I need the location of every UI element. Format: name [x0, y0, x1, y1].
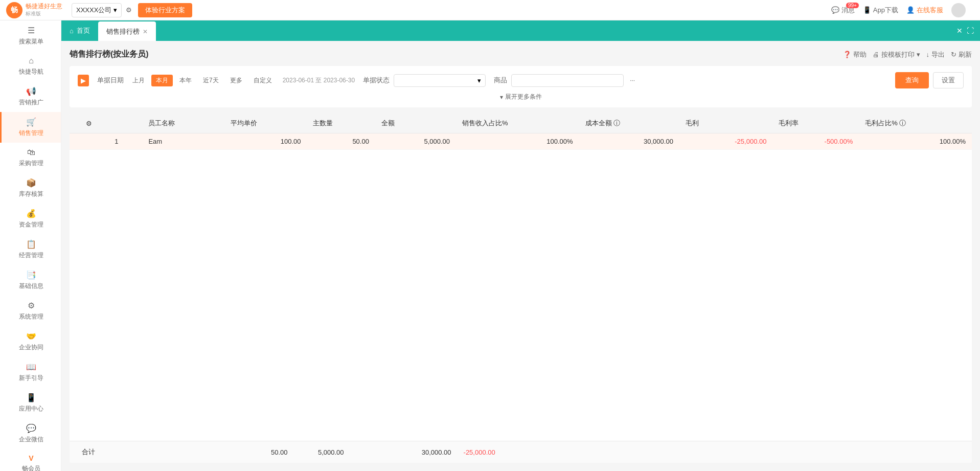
tab-bar: ⌂ 首页 销售排行榜 ✕ ✕ ⛶	[61, 20, 980, 41]
sidebar-label-app-center: 应用中心	[19, 405, 43, 413]
app-center-icon: 📱	[26, 393, 36, 402]
filter-arrow-icon[interactable]: ▶	[78, 75, 89, 86]
filter-more-btn[interactable]: ···	[630, 77, 635, 84]
member-icon: V	[29, 454, 33, 462]
tab-close-window-icon[interactable]: ✕	[956, 27, 963, 35]
col-gross-pct: 毛利占比% ⓘ	[859, 114, 972, 133]
sidebar-item-new-guide[interactable]: 📖 新手引导	[0, 357, 61, 388]
expand-conditions-label: 展开更多条件	[505, 93, 542, 101]
col-rank	[108, 114, 142, 133]
filter-goods-label: 商品	[494, 76, 507, 85]
query-button[interactable]: 查询	[895, 72, 929, 88]
company-settings-icon[interactable]: ⚙	[126, 6, 132, 14]
status-dropdown-icon: ▾	[477, 77, 481, 84]
sidebar-item-basics[interactable]: 📑 基础信息	[0, 265, 61, 296]
filter-date-item: 单据日期 上月 本月 本年 近7天 更多 自定义 2023-06-01 至 20…	[97, 75, 355, 86]
sidebar-label-basics: 基础信息	[19, 282, 43, 290]
expand-row: ▾ 展开更多条件	[78, 88, 964, 101]
filter-status-select[interactable]: ▾	[394, 74, 486, 87]
filter-expand-arrow[interactable]: ▶	[78, 75, 89, 86]
set-button[interactable]: 设置	[933, 72, 964, 88]
page-title: 销售排行榜(按业务员)	[70, 49, 149, 60]
refresh-button[interactable]: ↻ 刷新	[951, 50, 972, 59]
row-cost-amount: 30,000.00	[579, 133, 679, 150]
table-row: 1 Eam 100.00 50.00 5,000.00 100.00% 30,0…	[70, 133, 972, 150]
trial-button[interactable]: 体验行业方案	[138, 3, 192, 17]
export-label: 导出	[931, 50, 945, 59]
guide-icon: 📖	[26, 362, 36, 372]
sidebar-item-sales-mgmt[interactable]: 🛒 销售管理	[0, 112, 61, 143]
tab-home[interactable]: ⌂ 首页	[61, 20, 98, 41]
date-tab-more[interactable]: 更多	[225, 75, 247, 86]
sidebar-item-enterprise-collab[interactable]: 🤝 企业协同	[0, 326, 61, 357]
sidebar-item-marketing[interactable]: 📢 营销推广	[0, 81, 61, 112]
sidebar-item-operations[interactable]: 📋 经营管理	[0, 234, 61, 265]
print-icon: 🖨	[873, 51, 879, 58]
expand-conditions-button[interactable]: ▾ 展开更多条件	[500, 93, 542, 101]
page-content: 销售排行榜(按业务员) ❓ 帮助 🖨 按模板打印 ▾ ↓ 导出	[61, 41, 980, 471]
sidebar-item-inventory[interactable]: 📦 库存核算	[0, 173, 61, 204]
tab-close-icon[interactable]: ✕	[143, 28, 148, 35]
sidebar-label-member: 畅会员	[22, 464, 40, 471]
sidebar-item-quick-nav[interactable]: ⌂ 快捷导航	[0, 51, 61, 81]
avatar[interactable]	[951, 3, 966, 17]
sidebar-label-system: 系统管理	[19, 312, 43, 321]
sidebar-item-app-center[interactable]: 📱 应用中心	[0, 388, 61, 418]
sidebar-label-operations: 经营管理	[19, 251, 43, 260]
col-amount: 全额	[375, 114, 456, 133]
help-button[interactable]: ❓ 帮助	[843, 50, 867, 59]
marketing-icon: 📢	[26, 86, 36, 96]
col-gross-margin: 毛利率	[772, 114, 859, 133]
help-label: 帮助	[853, 50, 867, 59]
row-sales-pct: 100.00%	[456, 133, 579, 150]
date-tab-this-month[interactable]: 本月	[151, 75, 173, 86]
sidebar-item-member[interactable]: V 畅会员	[0, 449, 61, 471]
basics-icon: 📑	[26, 270, 36, 280]
date-tab-last7days[interactable]: 近7天	[198, 75, 223, 86]
filter-goods-input[interactable]	[511, 74, 624, 87]
sidebar-label-marketing: 营销推广	[19, 98, 43, 107]
sidebar-item-enterprise-wechat[interactable]: 💬 企业微信	[0, 418, 61, 449]
page-header: 销售排行榜(按业务员) ❓ 帮助 🖨 按模板打印 ▾ ↓ 导出	[70, 49, 972, 60]
sidebar-label-search: 搜索菜单	[19, 37, 43, 46]
system-icon: ⚙	[28, 301, 35, 310]
print-button[interactable]: 🖨 按模板打印 ▾	[873, 50, 920, 59]
col-avg-price: 平均单价	[224, 114, 307, 133]
print-label: 按模板打印	[881, 50, 915, 59]
sidebar-item-purchase-mgmt[interactable]: 🛍 采购管理	[0, 143, 61, 173]
tab-sales-ranking[interactable]: 销售排行榜 ✕	[98, 21, 156, 42]
tab-restore-icon[interactable]: ⛶	[967, 27, 974, 35]
sidebar-label-collab: 企业协同	[19, 343, 43, 352]
company-selector[interactable]: XXXXX公司 ▾	[72, 3, 122, 17]
date-tab-custom[interactable]: 自定义	[249, 75, 277, 86]
app-download-label: App下载	[873, 6, 898, 15]
filter-buttons: 查询 设置	[895, 72, 964, 88]
online-service-button[interactable]: 👤 在线客服	[906, 6, 943, 15]
logo-area: 畅 畅捷通好生意 标准版	[6, 2, 67, 18]
message-button[interactable]: 💬 消息 99+	[831, 6, 855, 15]
sidebar-item-finance[interactable]: 💰 资金管理	[0, 204, 61, 234]
date-tab-this-year[interactable]: 本年	[175, 75, 196, 86]
tab-bar-right: ✕ ⛶	[956, 27, 980, 35]
filter-row-1: ▶ 单据日期 上月 本月 本年 近7天 更多 自定义 2023-06-01 至 …	[78, 72, 964, 88]
refresh-icon: ↻	[951, 51, 956, 58]
sidebar-label-purchase-mgmt: 采购管理	[19, 159, 43, 168]
date-tab-last-month[interactable]: 上月	[128, 75, 149, 86]
app-download-button[interactable]: 📱 App下载	[863, 6, 898, 15]
footer-cost-amount: 30,000.00	[401, 446, 458, 458]
inventory-icon: 📦	[26, 178, 36, 188]
header-actions: ❓ 帮助 🖨 按模板打印 ▾ ↓ 导出 ↻ 刷新	[843, 50, 972, 59]
expand-down-icon: ▾	[500, 94, 503, 101]
sidebar-item-system[interactable]: ⚙ 系统管理	[0, 296, 61, 326]
footer-row: 合计 50.00 5,000.00 30,000.00 -25,000.00	[76, 445, 966, 459]
table-body: 1 Eam 100.00 50.00 5,000.00 100.00% 30,0…	[70, 133, 972, 150]
logo-icon: 畅	[6, 2, 22, 18]
sidebar-item-search[interactable]: ☰ 搜索菜单	[0, 20, 61, 51]
date-range-text: 2023-06-01 至 2023-06-30	[283, 76, 355, 85]
export-icon: ↓	[926, 51, 930, 58]
online-service-label: 在线客服	[917, 6, 943, 15]
export-button[interactable]: ↓ 导出	[926, 50, 945, 59]
help-icon: ❓	[843, 51, 851, 58]
col-settings[interactable]: ⚙	[70, 114, 108, 133]
col-gross-profit: 毛利	[679, 114, 773, 133]
